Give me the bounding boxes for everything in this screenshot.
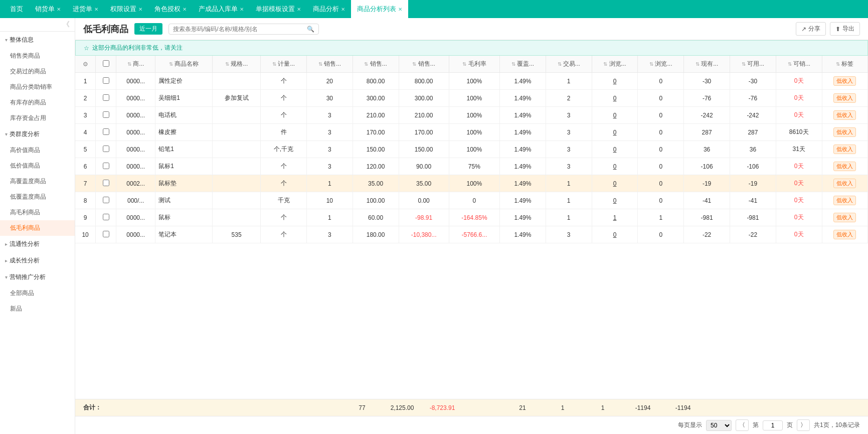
col-header-available[interactable]: ⇅ 可用... (730, 56, 776, 73)
col-header-spec[interactable]: ⇅ 规格... (213, 56, 261, 73)
sidebar-item-低覆盖度商品[interactable]: 低覆盖度商品 (0, 189, 75, 205)
row-checkbox[interactable] (103, 214, 109, 220)
sidebar-item-高覆盖度商品[interactable]: 高覆盖度商品 (0, 174, 75, 189)
share-button[interactable]: ↗分享 (796, 22, 826, 36)
select-all-checkbox[interactable] (103, 60, 109, 67)
cell-checkbox[interactable] (96, 73, 116, 90)
sidebar-item-高价值商品[interactable]: 高价值商品 (0, 142, 75, 158)
col-header-view2[interactable]: ⇅ 浏览... (638, 56, 684, 73)
nav-item-角色授权[interactable]: 角色授权✕ (148, 0, 193, 18)
sidebar-item-有库存的商品[interactable]: 有库存的商品 (0, 95, 75, 110)
filter-recent-month-button[interactable]: 近一月 (134, 23, 162, 35)
row-checkbox[interactable] (103, 180, 109, 186)
view-link[interactable]: 0 (613, 129, 617, 136)
view-link[interactable]: 0 (613, 95, 617, 102)
view-link[interactable]: 0 (613, 231, 617, 238)
close-icon[interactable]: ✕ (341, 7, 345, 12)
row-checkbox[interactable] (103, 146, 109, 152)
nav-item-商品分析列表[interactable]: 商品分析列表✕ (351, 0, 408, 18)
col-header-name[interactable]: ⇅ 商品名称 (155, 56, 213, 73)
sidebar-item-商品分类助销率[interactable]: 商品分类助销率 (0, 79, 75, 95)
cell-no: 10 (75, 226, 96, 243)
sidebar-group-1[interactable]: ▾类群度分析 (0, 126, 75, 142)
cell-sale_price: 800.00 (353, 73, 399, 90)
view-link[interactable]: 0 (613, 197, 617, 204)
view-link[interactable]: 1 (613, 214, 617, 221)
col-header-tag[interactable]: ⇅ 标签 (822, 56, 867, 73)
close-icon[interactable]: ✕ (57, 7, 61, 12)
view-link[interactable]: 0 (613, 112, 617, 119)
cell-view1: 0 (592, 124, 638, 141)
sidebar-group-0[interactable]: ▾整体信息 (0, 32, 75, 48)
row-checkbox[interactable] (103, 94, 109, 101)
sidebar-group-4[interactable]: ▾营销推广分析 (0, 269, 75, 285)
col-header-gross_margin[interactable]: ⇅ 毛利率 (449, 56, 499, 73)
col-header-view1[interactable]: ⇅ 浏览... (592, 56, 638, 73)
sidebar-collapse-button[interactable]: 《 (61, 20, 72, 29)
sidebar-item-销售类商品[interactable]: 销售类商品 (0, 48, 75, 64)
cell-checkbox[interactable] (96, 209, 116, 226)
cell-checkbox[interactable] (96, 107, 116, 124)
cell-checkbox[interactable] (96, 226, 116, 243)
sidebar-item-高毛利商品[interactable]: 高毛利商品 (0, 205, 75, 220)
sidebar-item-库存资金占用[interactable]: 库存资金占用 (0, 110, 75, 126)
nav-item-商品分析[interactable]: 商品分析✕ (307, 0, 351, 18)
sidebar-item-低价值商品[interactable]: 低价值商品 (0, 158, 75, 174)
cell-checkbox[interactable] (96, 158, 116, 175)
cell-checkbox[interactable] (96, 192, 116, 209)
cell-checkbox[interactable] (96, 90, 116, 107)
cell-checkbox[interactable] (96, 124, 116, 141)
view-link[interactable]: 0 (613, 146, 617, 153)
sidebar-item-低毛利商品[interactable]: 低毛利商品 (0, 220, 75, 236)
close-icon[interactable]: ✕ (398, 7, 402, 12)
col-header-checkbox[interactable] (96, 56, 116, 73)
col-header-settings[interactable]: ⚙ (75, 56, 96, 73)
nav-item-产成品入库单[interactable]: 产成品入库单✕ (193, 0, 250, 18)
col-header-sale_count[interactable]: ⇅ 销售... (306, 56, 353, 73)
export-button[interactable]: ⬆导出 (830, 22, 860, 36)
close-icon[interactable]: ✕ (183, 7, 187, 12)
nav-item-单据模板设置[interactable]: 单据模板设置✕ (250, 0, 307, 18)
col-header-unit[interactable]: ⇅ 计量... (261, 56, 307, 73)
cell-coverage: 1.49% (500, 158, 546, 175)
col-header-saleable[interactable]: ⇅ 可销... (776, 56, 822, 73)
row-checkbox[interactable] (103, 111, 109, 118)
view-link[interactable]: 0 (613, 180, 617, 187)
cell-checkbox[interactable] (96, 141, 116, 158)
prev-page-button[interactable]: 〈 (736, 419, 749, 431)
nav-item-权限设置[interactable]: 权限设置✕ (104, 0, 148, 18)
sort-icon: ⇅ (364, 61, 368, 67)
row-checkbox[interactable] (103, 197, 109, 203)
page-number-input[interactable] (763, 420, 783, 430)
col-header-current[interactable]: ⇅ 现有... (684, 56, 730, 73)
sidebar-item-新品[interactable]: 新品 (0, 301, 75, 317)
close-icon[interactable]: ✕ (94, 7, 98, 12)
row-checkbox[interactable] (103, 128, 109, 135)
sidebar-group-3[interactable]: ▸成长性分析 (0, 252, 75, 269)
row-checkbox[interactable] (103, 163, 109, 169)
sidebar-item-全部商品[interactable]: 全部商品 (0, 285, 75, 301)
nav-item-首页[interactable]: 首页 (4, 0, 29, 18)
search-input[interactable] (173, 26, 307, 33)
sidebar-item-交易过的商品[interactable]: 交易过的商品 (0, 64, 75, 79)
col-header-trade[interactable]: ⇅ 交易... (546, 56, 592, 73)
row-checkbox[interactable] (103, 231, 109, 237)
view-link[interactable]: 0 (613, 163, 617, 170)
row-checkbox[interactable] (103, 77, 109, 84)
nav-item-进货单[interactable]: 进货单✕ (67, 0, 104, 18)
close-icon[interactable]: ✕ (297, 7, 301, 12)
col-header-sale_amount[interactable]: ⇅ 销售... (399, 56, 449, 73)
cell-available: -242 (730, 107, 776, 124)
next-page-button[interactable]: 〉 (797, 419, 810, 431)
cell-checkbox[interactable] (96, 175, 116, 192)
close-icon[interactable]: ✕ (138, 7, 142, 12)
close-icon[interactable]: ✕ (240, 7, 244, 12)
view-link[interactable]: 0 (613, 78, 617, 85)
col-header-code[interactable]: ⇅ 商... (116, 56, 155, 73)
tag-badge: 低收入 (833, 179, 856, 188)
sidebar-group-2[interactable]: ▸流通性分析 (0, 236, 75, 252)
col-header-sale_price[interactable]: ⇅ 销售... (353, 56, 399, 73)
page-size-select[interactable]: 50 100 (706, 420, 732, 431)
nav-item-销货单[interactable]: 销货单✕ (29, 0, 67, 18)
col-header-coverage[interactable]: ⇅ 覆盖... (500, 56, 546, 73)
